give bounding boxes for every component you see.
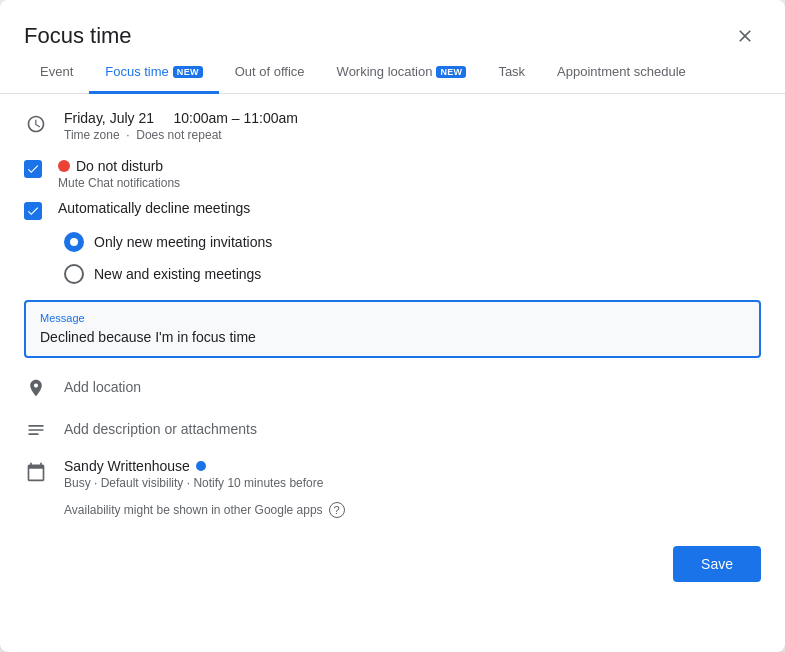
dnd-sub: Mute Chat notifications: [58, 176, 180, 190]
event-datetime: Friday, July 21 10:00am – 11:00am: [64, 110, 761, 126]
dnd-row: Do not disturb Mute Chat notifications: [24, 158, 761, 190]
tab-appointment-schedule[interactable]: Appointment schedule: [541, 52, 702, 94]
dnd-checkbox[interactable]: [24, 160, 42, 178]
location-icon: [24, 376, 48, 400]
footer: Save: [0, 534, 785, 602]
focus-time-new-badge: NEW: [173, 66, 203, 78]
radio-new-existing[interactable]: New and existing meetings: [64, 264, 761, 284]
tab-focus-time[interactable]: Focus time NEW: [89, 52, 218, 94]
calendar-name: Sandy Writtenhouse: [64, 458, 323, 474]
dnd-label-text: Do not disturb: [76, 158, 163, 174]
auto-decline-label: Automatically decline meetings: [58, 200, 250, 216]
tab-working-location[interactable]: Working location NEW: [321, 52, 483, 94]
tab-out-of-office[interactable]: Out of office: [219, 52, 321, 94]
close-button[interactable]: [729, 20, 761, 52]
datetime-row: Friday, July 21 10:00am – 11:00am Time z…: [24, 110, 761, 142]
calendar-icon: [24, 460, 48, 484]
dnd-content: Do not disturb Mute Chat notifications: [58, 158, 180, 190]
content-area: Friday, July 21 10:00am – 11:00am Time z…: [0, 94, 785, 534]
dialog-header: Focus time: [0, 0, 785, 52]
tab-bar: Event Focus time NEW Out of office Worki…: [0, 52, 785, 94]
add-location-label[interactable]: Add location: [64, 379, 141, 395]
calendar-content: Sandy Writtenhouse Busy · Default visibi…: [64, 458, 323, 490]
radio-only-new[interactable]: Only new meeting invitations: [64, 232, 761, 252]
calendar-sub: Busy · Default visibility · Notify 10 mi…: [64, 476, 323, 490]
save-button[interactable]: Save: [673, 546, 761, 582]
tab-task[interactable]: Task: [482, 52, 541, 94]
message-box[interactable]: Message: [24, 300, 761, 358]
radio-only-new-button[interactable]: [64, 232, 84, 252]
datetime-content: Friday, July 21 10:00am – 11:00am Time z…: [64, 110, 761, 142]
tab-event[interactable]: Event: [24, 52, 89, 94]
dialog: Focus time Event Focus time NEW Out of o…: [0, 0, 785, 652]
availability-row: Availability might be shown in other Goo…: [24, 502, 761, 518]
description-row: Add description or attachments: [24, 416, 761, 442]
dialog-title: Focus time: [24, 23, 132, 49]
clock-icon: [24, 112, 48, 136]
message-label: Message: [40, 312, 745, 324]
working-location-new-badge: NEW: [436, 66, 466, 78]
radio-only-new-label: Only new meeting invitations: [94, 234, 272, 250]
availability-text: Availability might be shown in other Goo…: [64, 503, 323, 517]
description-icon: [24, 418, 48, 442]
auto-decline-content: Automatically decline meetings: [58, 200, 250, 216]
calendar-dot: [196, 461, 206, 471]
auto-decline-checkbox[interactable]: [24, 202, 42, 220]
message-input[interactable]: [40, 329, 745, 345]
help-icon[interactable]: ?: [329, 502, 345, 518]
dnd-dot: [58, 160, 70, 172]
radio-new-existing-button[interactable]: [64, 264, 84, 284]
radio-group: Only new meeting invitations New and exi…: [24, 232, 761, 284]
radio-new-existing-label: New and existing meetings: [94, 266, 261, 282]
auto-decline-row: Automatically decline meetings: [24, 200, 761, 220]
calendar-row: Sandy Writtenhouse Busy · Default visibi…: [24, 458, 761, 490]
event-sub: Time zone · Does not repeat: [64, 128, 761, 142]
add-description-label[interactable]: Add description or attachments: [64, 421, 257, 437]
location-row: Add location: [24, 374, 761, 400]
